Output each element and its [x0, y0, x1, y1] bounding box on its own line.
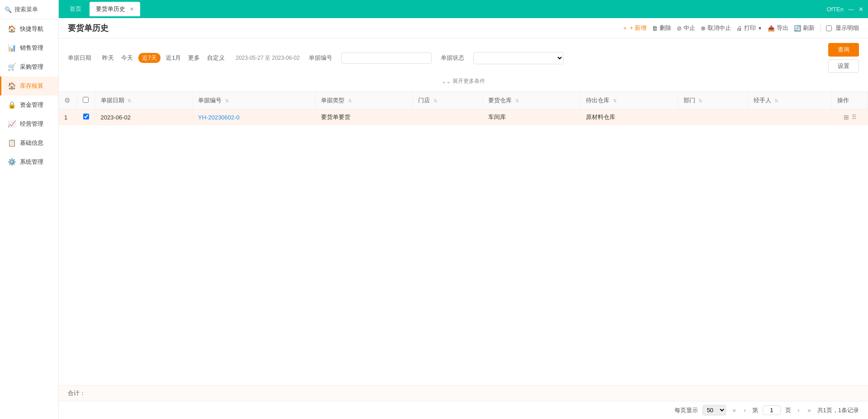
- refresh-icon: 🔄: [794, 25, 801, 32]
- page-title: 要货单历史: [68, 23, 108, 33]
- col-pending-warehouse: 待出仓库 ⇅: [580, 92, 678, 110]
- req-warehouse-sort-icon[interactable]: ⇅: [515, 98, 519, 103]
- date-sort-icon[interactable]: ⇅: [127, 98, 131, 103]
- inventory-icon: 🏠: [8, 82, 16, 90]
- print-button[interactable]: 🖨 打印 ▼: [736, 24, 762, 32]
- col-store-label: 门店: [418, 97, 430, 104]
- data-table: ⚙ 单据日期 ⇅ 单据编号 ⇅: [59, 92, 868, 125]
- suspend-button[interactable]: ⊘ 中止: [677, 24, 695, 32]
- delete-button[interactable]: 🗑 删除: [652, 24, 671, 32]
- sidebar: 🔍 搜索菜单 🏠 快捷导航 📊 销售管理 🛒 采购管理 🏠 库存核算 🔒 资金管…: [0, 0, 59, 419]
- refresh-button[interactable]: 🔄 刷新: [794, 24, 815, 32]
- table-header-row: ⚙ 单据日期 ⇅ 单据编号 ⇅: [59, 92, 868, 110]
- sidebar-item-label: 采购管理: [20, 63, 43, 71]
- sidebar-item-label: 基础信息: [20, 139, 43, 147]
- col-checkbox: [77, 92, 95, 110]
- query-button[interactable]: 查询: [828, 43, 859, 57]
- display-detail-toggle[interactable]: 显示明细: [826, 24, 859, 32]
- toolbar-divider: [820, 24, 821, 32]
- sidebar-item-inventory[interactable]: 🏠 库存核算: [0, 76, 58, 95]
- table-row[interactable]: 1 2023-06-02 YH-20230602-0 要货单要货 车间库 原材料…: [59, 110, 868, 125]
- sidebar-item-sales[interactable]: 📊 销售管理: [0, 38, 58, 57]
- filter-row-1: 单据日期 昨天 今天 近7天 近1月 更多 自定义 2023-05-27 至 2…: [68, 43, 859, 73]
- select-all-checkbox[interactable]: [83, 97, 89, 103]
- page-size-select[interactable]: 50 10 20 100: [703, 405, 726, 415]
- handler-sort-icon[interactable]: ⇅: [774, 98, 778, 103]
- export-button[interactable]: 📤 导出: [768, 24, 788, 32]
- row-edit-icon[interactable]: ⊞: [844, 114, 849, 121]
- operations-icon: 📈: [8, 120, 16, 128]
- status-select[interactable]: [473, 52, 564, 64]
- date-opt-more[interactable]: 更多: [186, 53, 202, 62]
- export-icon: 📤: [768, 25, 775, 32]
- col-type-label: 单据类型: [321, 97, 344, 104]
- cancel-suspend-icon: ⊗: [701, 25, 706, 32]
- date-filter-label: 单据日期: [68, 54, 91, 62]
- sidebar-item-purchase[interactable]: 🛒 采购管理: [0, 57, 58, 76]
- table-footer: 合计：: [59, 385, 868, 401]
- date-opt-today[interactable]: 今天: [119, 53, 135, 62]
- department-sort-icon[interactable]: ⇅: [698, 98, 702, 103]
- col-handler-label: 经手人: [754, 97, 771, 104]
- col-store: 门店 ⇅: [413, 92, 483, 110]
- col-action-label: 操作: [837, 97, 849, 104]
- col-date: 单据日期 ⇅: [95, 92, 193, 110]
- sidebar-search-label: 搜索菜单: [14, 5, 38, 14]
- date-opt-7days[interactable]: 近7天: [138, 53, 160, 63]
- page-label: 第: [752, 406, 758, 414]
- row-more-icon[interactable]: ⠿: [852, 114, 856, 121]
- date-opt-1month[interactable]: 近1月: [164, 53, 183, 62]
- finance-icon: 🔒: [8, 101, 16, 109]
- sidebar-item-operations[interactable]: 📈 经营管理: [0, 114, 58, 133]
- tab-bar-right: OfTEn — ✕: [826, 6, 863, 13]
- filter-settings-button[interactable]: 设置: [828, 59, 859, 73]
- pending-warehouse-sort-icon[interactable]: ⇅: [613, 98, 617, 103]
- row-no-link[interactable]: YH-20230602-0: [198, 114, 240, 121]
- row-actions: ⊞ ⠿: [832, 110, 868, 125]
- print-chevron-icon: ▼: [758, 26, 762, 31]
- col-no: 单据编号 ⇅: [193, 92, 316, 110]
- sidebar-search[interactable]: 🔍 搜索菜单: [0, 0, 58, 19]
- row-checkbox[interactable]: [77, 110, 95, 125]
- sidebar-item-finance[interactable]: 🔒 资金管理: [0, 95, 58, 114]
- search-icon: 🔍: [5, 6, 12, 13]
- col-no-label: 单据编号: [198, 97, 222, 104]
- col-pending-warehouse-label: 待出仓库: [586, 97, 609, 104]
- bill-no-input[interactable]: [341, 52, 432, 64]
- sidebar-item-system[interactable]: ⚙️ 系统管理: [0, 152, 58, 171]
- cancel-suspend-button[interactable]: ⊗ 取消中止: [701, 24, 731, 32]
- col-date-label: 单据日期: [101, 97, 124, 104]
- type-sort-icon[interactable]: ⇅: [348, 98, 352, 103]
- display-detail-checkbox[interactable]: [826, 25, 832, 31]
- brand-label: OfTEn: [826, 6, 844, 13]
- date-options: 昨天 今天 近7天 近1月 更多 自定义: [100, 53, 226, 63]
- expand-more-btn[interactable]: ⌄⌄ 展开更多条件: [68, 76, 859, 87]
- tab-home[interactable]: 首页: [63, 2, 88, 16]
- page-number-input[interactable]: [763, 405, 781, 415]
- row-type: 要货单要货: [315, 110, 413, 125]
- sidebar-item-basic-info[interactable]: 📋 基础信息: [0, 133, 58, 152]
- sidebar-item-label: 库存核算: [20, 82, 43, 90]
- export-label: 导出: [777, 24, 788, 32]
- col-req-warehouse: 要货仓库 ⇅: [483, 92, 580, 110]
- close-window-btn[interactable]: ✕: [859, 6, 863, 13]
- sidebar-item-quick-nav[interactable]: 🏠 快捷导航: [0, 19, 58, 38]
- store-sort-icon[interactable]: ⇅: [434, 98, 437, 103]
- tab-requisition-history[interactable]: 要货单历史 ✕: [90, 2, 140, 16]
- date-opt-custom[interactable]: 自定义: [205, 53, 226, 62]
- new-button[interactable]: ＋ + 新增: [622, 24, 646, 32]
- column-settings-btn[interactable]: ⚙: [64, 96, 70, 105]
- next-page-btn[interactable]: ›: [796, 406, 801, 414]
- no-sort-icon[interactable]: ⇅: [225, 98, 229, 103]
- row-department: [678, 110, 748, 125]
- minimize-btn[interactable]: —: [848, 6, 854, 13]
- last-page-btn[interactable]: »: [806, 406, 812, 414]
- col-department-label: 部门: [684, 97, 695, 104]
- row-date: 2023-06-02: [95, 110, 193, 125]
- filter-area: 单据日期 昨天 今天 近7天 近1月 更多 自定义 2023-05-27 至 2…: [59, 38, 868, 92]
- col-department: 部门 ⇅: [678, 92, 748, 110]
- first-page-btn[interactable]: «: [731, 406, 737, 414]
- tab-close-icon[interactable]: ✕: [130, 6, 134, 12]
- date-opt-yesterday[interactable]: 昨天: [100, 53, 116, 62]
- prev-page-btn[interactable]: ‹: [742, 406, 748, 414]
